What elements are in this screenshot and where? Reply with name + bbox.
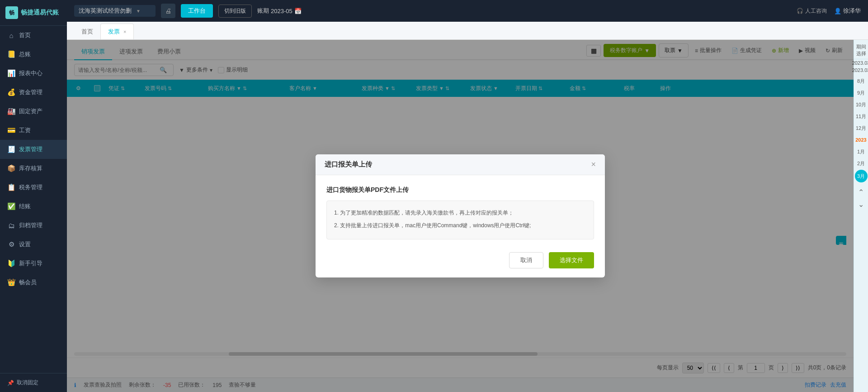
printer-icon: 🖨 (165, 7, 171, 14)
sidebar-logo: 畅 畅捷通易代账 (0, 0, 67, 26)
right-panel: 开票日期 期间选择 2023.03 2023.03 8月 9月 10月 (854, 40, 868, 392)
sidebar-item-reports[interactable]: 📊 报表中心 (0, 64, 67, 83)
user-icon: 👤 (834, 8, 841, 14)
settings-icon: ⚙ (7, 240, 15, 249)
chevron-down-icon: ▼ (136, 9, 141, 14)
modal-title: 进口报关单上传 (325, 160, 372, 169)
settlement-icon: ✅ (7, 202, 15, 210)
content-area: 销项发票 进项发票 费用小票 ▦ 税务数字账户 ▼ (67, 40, 854, 392)
sidebar-item-assets[interactable]: 🏭 固定资产 (0, 102, 67, 121)
period-item-mar[interactable]: 3月 (855, 170, 868, 182)
sidebar-item-tax[interactable]: 📋 税务管理 (0, 178, 67, 197)
workspace-button[interactable]: 工作台 (181, 4, 213, 18)
sidebar-item-settings[interactable]: ⚙ 设置 (0, 235, 67, 254)
sidebar: 畅 畅捷通易代账 ⌂ 首页 📒 总账 📊 报表中心 💰 资金管理 🏭 固定资产 … (0, 0, 67, 392)
user-menu[interactable]: 👤 徐泽华 (834, 7, 861, 15)
modal-footer: 取消 选择文件 (316, 247, 605, 277)
home-icon: ⌂ (7, 32, 15, 39)
modal-overlay: 进口报关单上传 × 进口货物报关单PDF文件上传 1. 为了更加精准的数据匹配，… (67, 40, 854, 392)
sidebar-item-home[interactable]: ⌂ 首页 (0, 26, 67, 45)
guide-icon: 🔰 (7, 259, 15, 268)
tab-invoice-close[interactable]: × (123, 29, 126, 34)
sidebar-item-guide[interactable]: 🔰 新手引导 (0, 254, 67, 273)
inventory-icon: 📦 (7, 164, 15, 172)
tax-icon: 📋 (7, 183, 15, 191)
notice-line-2: 2. 支持批量上传进口报关单，mac用户使用Command键，windows用户… (334, 220, 586, 231)
funds-icon: 💰 (7, 88, 15, 96)
period-item-nov[interactable]: 11月 (855, 111, 868, 122)
topbar: 沈海英测试经营勿删 ▼ 🖨 工作台 切到旧版 账期 2023-05 📅 🎧 人工… (67, 0, 868, 22)
print-button[interactable]: 🖨 (161, 4, 175, 18)
sidebar-item-ledger[interactable]: 📒 总账 (0, 45, 67, 64)
chevron-up-icon[interactable]: ⌃ (858, 188, 864, 196)
page-tabs: 首页 发票 × (67, 22, 868, 40)
tab-home[interactable]: 首页 (74, 24, 100, 39)
app-title: 畅捷通易代账 (21, 9, 59, 17)
period-item-aug[interactable]: 8月 (855, 76, 868, 86)
company-name: 沈海英测试经营勿删 (79, 7, 132, 15)
invoice-icon: 🧾 (7, 145, 15, 153)
service-button[interactable]: 🎧 人工咨询 (797, 7, 827, 15)
calendar-icon[interactable]: 📅 (294, 8, 302, 14)
period-list: 8月 9月 10月 11月 12月 2023 1月 (854, 74, 868, 184)
old-version-button[interactable]: 切到旧版 (218, 5, 252, 18)
company-selector[interactable]: 沈海英测试经营勿删 ▼ (74, 5, 156, 17)
ledger-icon: 📒 (7, 50, 15, 58)
topbar-right: 🎧 人工咨询 👤 徐泽华 (797, 7, 861, 15)
headset-icon: 🎧 (797, 8, 803, 14)
period-item-jan[interactable]: 1月 (855, 146, 868, 157)
cancel-fixed-btn[interactable]: 📌 取消固定 (0, 373, 67, 392)
period-item-feb[interactable]: 2月 (855, 158, 868, 169)
chevron-down-icon[interactable]: ⌄ (858, 200, 864, 209)
period-display: 账期 2023-05 📅 (257, 7, 302, 15)
archive-icon: 🗂 (7, 222, 15, 229)
tab-invoice[interactable]: 发票 × (100, 24, 134, 39)
reports-icon: 📊 (7, 69, 15, 77)
period-item-dec[interactable]: 12月 (855, 123, 868, 134)
period-value: 2023-05 (271, 8, 292, 14)
modal-notice: 1. 为了更加精准的数据匹配，请先录入海关缴款书，再上传对应的报关单； 2. 支… (326, 201, 594, 239)
period-item-year[interactable]: 2023 (855, 134, 868, 145)
sidebar-item-inventory[interactable]: 📦 库存核算 (0, 159, 67, 178)
assets-icon: 🏭 (7, 107, 15, 115)
sidebar-item-payroll[interactable]: 💳 工资 (0, 121, 67, 140)
member-icon: 👑 (7, 278, 15, 287)
period-header: 期间选择 (854, 42, 868, 59)
main-area: 沈海英测试经营勿删 ▼ 🖨 工作台 切到旧版 账期 2023-05 📅 🎧 人工… (67, 0, 868, 392)
modal-body: 进口货物报关单PDF文件上传 1. 为了更加精准的数据匹配，请先录入海关缴款书，… (316, 175, 605, 247)
sidebar-item-archive[interactable]: 🗂 归档管理 (0, 216, 67, 235)
notice-line-1: 1. 为了更加精准的数据匹配，请先录入海关缴款书，再上传对应的报关单； (334, 207, 586, 218)
period-item-oct[interactable]: 10月 (855, 99, 868, 110)
import-modal: 进口报关单上传 × 进口货物报关单PDF文件上传 1. 为了更加精准的数据匹配，… (316, 154, 605, 277)
sidebar-item-settlement[interactable]: ✅ 结账 (0, 197, 67, 216)
modal-section-title: 进口货物报关单PDF文件上传 (326, 186, 594, 194)
sidebar-item-member[interactable]: 👑 畅会员 (0, 273, 67, 292)
modal-close-button[interactable]: × (591, 160, 596, 169)
logo-icon: 畅 (5, 6, 18, 19)
period-item-sep[interactable]: 9月 (855, 87, 868, 98)
pin-icon: 📌 (7, 380, 14, 386)
modal-cancel-button[interactable]: 取消 (509, 252, 543, 268)
payroll-icon: 💳 (7, 126, 15, 134)
sidebar-item-invoice[interactable]: 🧾 发票管理 (0, 140, 67, 159)
select-file-button[interactable]: 选择文件 (549, 252, 594, 268)
sidebar-item-funds[interactable]: 💰 资金管理 (0, 83, 67, 102)
modal-header: 进口报关单上传 × (316, 154, 605, 175)
